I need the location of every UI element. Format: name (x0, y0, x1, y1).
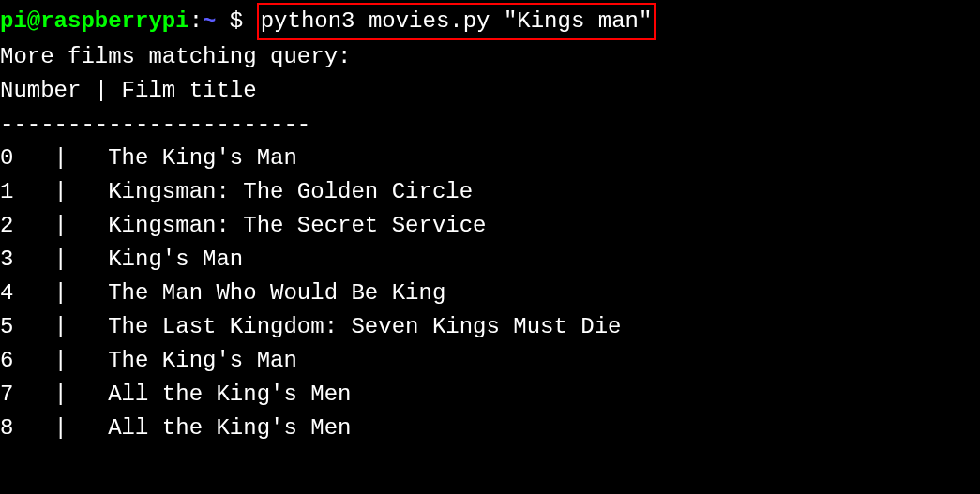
command-text: python3 movies.py "Kings man" (261, 8, 653, 34)
table-row: 3 | King's Man (0, 243, 980, 277)
table-header: Number | Film title (0, 74, 980, 108)
command-highlight-box: python3 movies.py "Kings man" (257, 3, 656, 40)
table-row: 0 | The King's Man (0, 142, 980, 175)
table-row: 1 | Kingsman: The Golden Circle (0, 175, 980, 209)
table-row: 5 | The Last Kingdom: Seven Kings Must D… (0, 310, 980, 344)
prompt-colon: : (189, 8, 203, 34)
prompt-user-host: pi@raspberrypi (0, 8, 189, 34)
prompt-dollar: $ (230, 8, 257, 34)
terminal-prompt-line[interactable]: pi@raspberrypi:~ $ python3 movies.py "Ki… (0, 3, 980, 40)
table-row: 4 | The Man Who Would Be King (0, 277, 980, 310)
table-divider: ----------------------- (0, 108, 980, 142)
table-row: 2 | Kingsman: The Secret Service (0, 209, 980, 243)
table-row: 7 | All the King's Men (0, 378, 980, 412)
table-row: 8 | All the King's Men (0, 412, 980, 445)
prompt-path: ~ (203, 8, 230, 34)
table-row: 6 | The King's Man (0, 344, 980, 378)
output-header: More films matching query: (0, 40, 980, 74)
